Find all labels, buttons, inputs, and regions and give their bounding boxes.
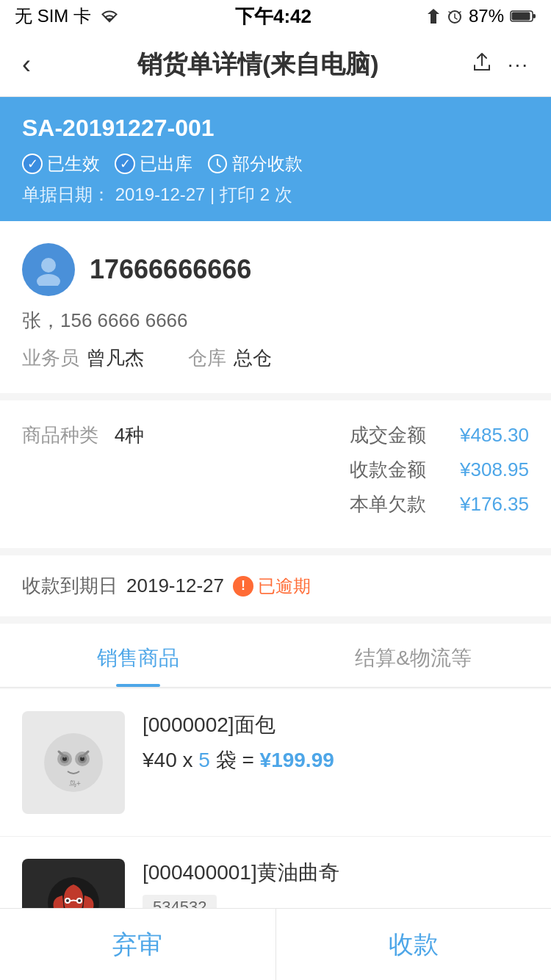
owed-amount-value: ¥176.35 <box>441 493 529 516</box>
warehouse-label: 仓库 <box>188 345 226 371</box>
warehouse-value: 总仓 <box>234 345 272 371</box>
product-price-1: ¥40 <box>143 749 177 771</box>
tab-products[interactable]: 销售商品 <box>0 624 276 687</box>
overdue-icon: ! <box>233 576 253 597</box>
transaction-amount-row: 成交金额 ¥485.30 <box>350 422 529 448</box>
stats-section: 商品种类 4种 成交金额 ¥485.30 收款金额 ¥308.95 本单欠款 ¥… <box>0 400 551 548</box>
svg-point-6 <box>37 274 60 286</box>
product-qty-1: 5 <box>198 749 210 771</box>
status-partial-payment: 部分收款 <box>207 152 303 176</box>
owed-amount-label: 本单欠款 <box>350 491 426 517</box>
banner-print-info: | 打印 2 次 <box>210 184 292 204</box>
svg-text:鸟+: 鸟+ <box>69 779 81 788</box>
status-bar-time: 下午4:42 <box>235 4 311 29</box>
banner-date-row: 单据日期： 2019-12-27 | 打印 2 次 <box>22 183 529 206</box>
customer-section: 17666666666 张，156 6666 6666 业务员 曾凡杰 仓库 总… <box>0 221 551 393</box>
received-amount-label: 收款金额 <box>350 457 426 483</box>
nav-bar: ‹ 销货单详情(来自电脑) ··· <box>0 32 551 97</box>
customer-phone: 17666666666 <box>90 254 251 285</box>
svg-point-20 <box>78 899 81 902</box>
status-effected: ✓ 已生效 <box>22 152 100 176</box>
category-value: 4种 <box>115 424 144 446</box>
shipped-label: 已出库 <box>140 152 192 176</box>
status-bar-left: 无 SIM 卡 <box>15 4 120 28</box>
banner-statuses: ✓ 已生效 ✓ 已出库 部分收款 <box>22 152 529 176</box>
effected-label: 已生效 <box>47 152 100 176</box>
partial-payment-label: 部分收款 <box>232 152 303 176</box>
due-date-value: 2019-12-27 <box>126 574 224 597</box>
sales-label: 业务员 <box>22 345 79 371</box>
svg-point-19 <box>66 899 69 902</box>
product-total-1: ¥199.99 <box>260 749 334 771</box>
overdue-text: 已逾期 <box>258 574 311 598</box>
product-price-row-1: ¥40 x 5 袋 = ¥199.99 <box>143 746 529 774</box>
battery-icon <box>510 10 536 23</box>
product-name-2: [000400001]黄油曲奇 <box>143 859 529 887</box>
product-image-1: 鸟+ <box>22 711 125 814</box>
owed-amount-row: 本单欠款 ¥176.35 <box>350 491 529 517</box>
sales-value: 曾凡杰 <box>87 345 144 371</box>
cancel-review-button[interactable]: 弃审 <box>0 909 276 980</box>
amount-stats: 成交金额 ¥485.30 收款金额 ¥308.95 本单欠款 ¥176.35 <box>350 422 529 526</box>
back-button[interactable]: ‹ <box>22 49 31 80</box>
customer-avatar <box>22 243 75 296</box>
product-item-1: 鸟+ [0000002]面包 ¥40 x 5 袋 = ¥199.99 <box>0 689 551 837</box>
transaction-amount-label: 成交金额 <box>350 422 426 448</box>
product-info-1: [0000002]面包 ¥40 x 5 袋 = ¥199.99 <box>143 711 529 774</box>
product-name-1: [0000002]面包 <box>143 711 529 739</box>
category-stats: 商品种类 4种 <box>22 422 144 448</box>
sales-meta: 业务员 曾凡杰 <box>22 345 144 371</box>
status-bar: 无 SIM 卡 下午4:42 87% <box>0 0 551 32</box>
svg-point-5 <box>41 258 56 273</box>
share-button[interactable] <box>471 51 493 79</box>
banner-date-value: 2019-12-27 <box>115 184 206 204</box>
shipped-icon: ✓ <box>115 154 135 174</box>
bottom-bar: 弃审 收款 <box>0 908 551 980</box>
tabs-section: 销售商品 结算&物流等 <box>0 624 551 688</box>
category-label: 商品种类 <box>22 424 98 446</box>
overdue-badge: ! 已逾期 <box>233 574 311 598</box>
more-button[interactable]: ··· <box>508 53 529 76</box>
customer-sub-info: 张，156 6666 6666 <box>22 308 529 334</box>
no-sim-text: 无 SIM 卡 <box>15 4 91 28</box>
clock-icon <box>207 154 228 174</box>
customer-row: 17666666666 <box>22 243 529 296</box>
svg-rect-3 <box>533 14 536 18</box>
nav-actions: ··· <box>471 51 529 79</box>
wifi-icon <box>98 8 120 24</box>
due-date-label: 收款到期日 <box>22 573 118 599</box>
location-icon <box>426 8 441 24</box>
status-shipped: ✓ 已出库 <box>115 152 192 176</box>
warehouse-meta: 仓库 总仓 <box>188 345 272 371</box>
received-amount-value: ¥308.95 <box>441 458 529 481</box>
customer-meta: 业务员 曾凡杰 仓库 总仓 <box>22 345 529 371</box>
received-amount-row: 收款金额 ¥308.95 <box>350 457 529 483</box>
product-unit-1: 袋 <box>216 749 237 771</box>
tab-settlement[interactable]: 结算&物流等 <box>276 624 551 687</box>
due-date-section: 收款到期日 2019-12-27 ! 已逾期 <box>0 555 551 616</box>
banner-date-label: 单据日期： <box>22 184 110 204</box>
effected-icon: ✓ <box>22 154 43 174</box>
collect-payment-button[interactable]: 收款 <box>276 909 552 980</box>
order-id: SA-20191227-001 <box>22 115 529 142</box>
battery-text: 87% <box>469 6 504 26</box>
svg-rect-2 <box>511 12 530 21</box>
page-title: 销货单详情(来自电脑) <box>46 48 471 82</box>
header-banner: SA-20191227-001 ✓ 已生效 ✓ 已出库 部分收款 单据日期： 2… <box>0 97 551 221</box>
alarm-icon <box>447 8 463 24</box>
transaction-amount-value: ¥485.30 <box>441 424 529 447</box>
status-bar-right: 87% <box>426 6 536 26</box>
